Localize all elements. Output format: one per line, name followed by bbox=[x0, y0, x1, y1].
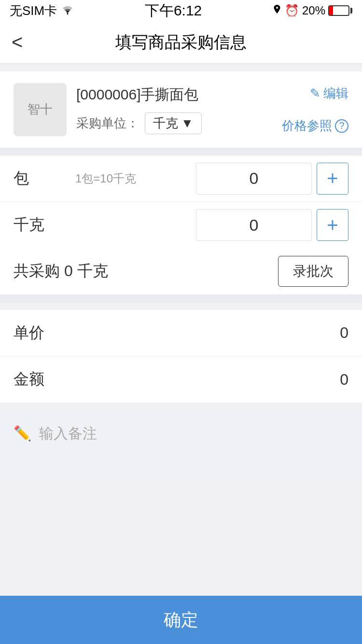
record-batch-button[interactable]: 录批次 bbox=[278, 256, 348, 287]
price-ref-button[interactable]: 价格参照 ? bbox=[282, 117, 348, 134]
product-name: [0000006]手撕面包 bbox=[76, 85, 348, 105]
notes-icon: ✏️ bbox=[14, 425, 31, 442]
amount-label: 金额 bbox=[14, 369, 340, 390]
summary-text: 共采购 0 千克 bbox=[14, 261, 278, 282]
unit-price-label: 单价 bbox=[14, 322, 340, 344]
wifi-icon bbox=[61, 3, 74, 18]
price-section: 单价 0 金额 0 bbox=[0, 310, 362, 403]
nav-bar: < 填写商品采购信息 bbox=[0, 21, 362, 64]
section-divider-1 bbox=[0, 148, 362, 155]
amount-value: 0 bbox=[340, 371, 348, 389]
product-card: 智十 [0000006]手撕面包 采购单位： 千克 ▼ ✎ 编辑 价格参照 ? bbox=[0, 71, 362, 148]
bag-quantity-input[interactable] bbox=[196, 163, 312, 195]
battery-icon bbox=[328, 5, 352, 16]
confirm-label: 确定 bbox=[164, 608, 198, 632]
edit-button[interactable]: ✎ 编辑 bbox=[310, 85, 348, 102]
carrier-text: 无SIM卡 bbox=[10, 2, 57, 19]
location-icon bbox=[272, 4, 282, 17]
summary-row: 共采购 0 千克 录批次 bbox=[0, 248, 362, 294]
battery-percent: 20% bbox=[302, 4, 325, 17]
dropdown-icon: ▼ bbox=[181, 116, 194, 131]
bag-input-row: 包 1包=10千克 + bbox=[0, 155, 362, 202]
confirm-button[interactable]: 确定 bbox=[0, 596, 362, 644]
unit-select[interactable]: 千克 ▼ bbox=[145, 112, 202, 134]
status-bar: 无SIM卡 下午6:12 ⏰ 20% bbox=[0, 0, 362, 21]
page-title: 填写商品采购信息 bbox=[115, 31, 247, 54]
help-icon: ? bbox=[335, 119, 348, 133]
kg-plus-button[interactable]: + bbox=[317, 209, 348, 241]
status-right: ⏰ 20% bbox=[272, 4, 352, 17]
kg-label: 千克 bbox=[14, 214, 71, 236]
bag-sublabel: 1包=10千克 bbox=[75, 171, 136, 186]
notes-section[interactable]: ✏️ 输入备注 bbox=[0, 410, 362, 478]
alarm-icon: ⏰ bbox=[285, 4, 299, 17]
bag-plus-button[interactable]: + bbox=[317, 163, 348, 195]
bag-label: 包 bbox=[14, 168, 71, 189]
unit-label: 采购单位： bbox=[76, 115, 139, 132]
status-time: 下午6:12 bbox=[145, 1, 202, 21]
amount-row: 金额 0 bbox=[0, 356, 362, 403]
notes-placeholder: 输入备注 bbox=[39, 424, 97, 444]
product-image: 智十 bbox=[14, 83, 67, 136]
unit-price-value: 0 bbox=[340, 324, 348, 342]
kg-quantity-input[interactable] bbox=[196, 209, 312, 241]
status-carrier: 无SIM卡 bbox=[10, 2, 74, 19]
svg-point-0 bbox=[67, 13, 69, 14]
section-divider-2 bbox=[0, 294, 362, 302]
input-section: 包 1包=10千克 + 千克 + bbox=[0, 155, 362, 248]
kg-input-row: 千克 + bbox=[0, 202, 362, 248]
back-button[interactable]: < bbox=[12, 31, 23, 53]
product-image-text: 智十 bbox=[28, 102, 53, 117]
unit-price-row: 单价 0 bbox=[0, 310, 362, 356]
edit-icon: ✎ bbox=[310, 86, 320, 101]
